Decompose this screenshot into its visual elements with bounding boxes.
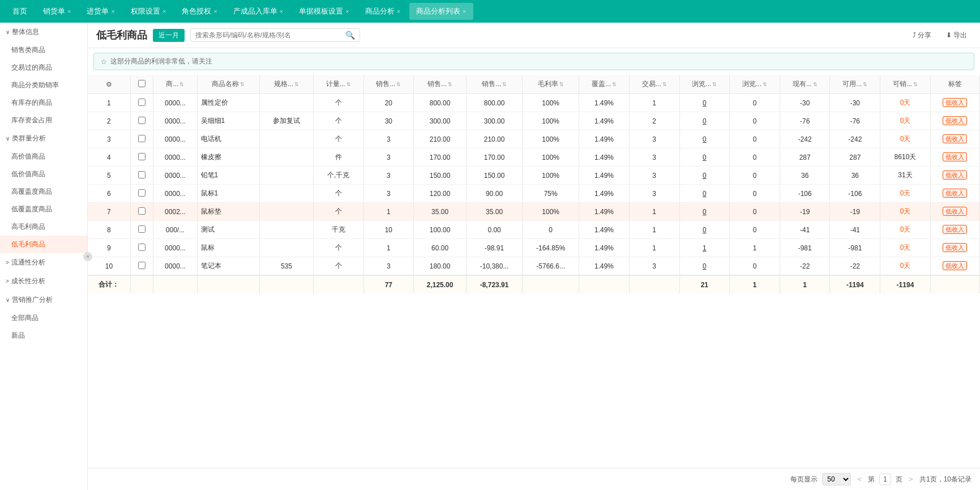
current-page[interactable]: 1 [879, 474, 891, 485]
nav-item-首页[interactable]: 首页 [6, 3, 34, 20]
nav-item-产成品入库单[interactable]: 产成品入库单× [226, 3, 290, 20]
row-browse1[interactable]: 0 [679, 221, 730, 239]
row-checkbox[interactable] [130, 185, 153, 203]
row-checkbox[interactable] [130, 130, 153, 148]
nav-item-销货单[interactable]: 销货单× [36, 3, 78, 20]
col-header-13[interactable]: 浏览...⇅ [730, 75, 780, 94]
col-header-8[interactable]: 销售...⇅ [467, 75, 523, 94]
nav-item-进货单[interactable]: 进货单× [80, 3, 121, 20]
col-header-14[interactable]: 现有...⇅ [780, 75, 830, 94]
row-browse1[interactable]: 0 [679, 112, 730, 130]
col-header-4[interactable]: 规格...⇅ [260, 75, 314, 94]
sidebar-item-低毛利商品[interactable]: 低毛利商品 [0, 236, 87, 253]
row-checkbox[interactable] [130, 148, 153, 167]
search-input[interactable] [195, 31, 345, 39]
sidebar-group-0[interactable]: ∨整体信息 [0, 23, 87, 41]
sidebar-item-全部商品[interactable]: 全部商品 [0, 309, 87, 327]
row-checkbox-input[interactable] [138, 262, 145, 269]
col-header-11[interactable]: 交易...⇅ [629, 75, 679, 94]
row-checkbox[interactable] [130, 239, 153, 257]
col-header-9[interactable]: 毛利率⇅ [523, 75, 579, 94]
row-checkbox-input[interactable] [138, 99, 145, 106]
row-browse1-link[interactable]: 0 [703, 190, 707, 198]
row-checkbox-input[interactable] [138, 244, 145, 251]
row-browse1-link[interactable]: 0 [703, 154, 707, 161]
row-browse1-link[interactable]: 0 [703, 99, 707, 107]
share-button[interactable]: ⤴ 分享 [908, 29, 936, 42]
sidebar-item-商品分类助销率[interactable]: 商品分类助销率 [0, 76, 87, 94]
page-size-select[interactable]: 50 100 200 [822, 473, 851, 485]
row-checkbox[interactable] [130, 94, 153, 112]
row-browse1-link[interactable]: 0 [703, 172, 707, 180]
sidebar-item-低覆盖度商品[interactable]: 低覆盖度商品 [0, 201, 87, 218]
nav-close-icon[interactable]: × [162, 8, 166, 15]
row-checkbox-input[interactable] [138, 189, 145, 197]
row-checkbox-input[interactable] [138, 171, 145, 178]
nav-close-icon[interactable]: × [67, 8, 71, 15]
nav-item-权限设置[interactable]: 权限设置× [124, 3, 173, 20]
row-browse1-link[interactable]: 0 [703, 135, 707, 143]
row-browse1-link[interactable]: 0 [703, 226, 707, 234]
col-header-12[interactable]: 浏览...⇅ [679, 75, 730, 94]
sidebar-item-交易过的商品[interactable]: 交易过的商品 [0, 59, 87, 76]
select-all-checkbox[interactable] [138, 80, 145, 87]
sidebar-item-低价值商品[interactable]: 低价值商品 [0, 165, 87, 183]
nav-close-icon[interactable]: × [111, 8, 114, 15]
nav-item-单据模板设置[interactable]: 单据模板设置× [292, 3, 356, 20]
row-checkbox-input[interactable] [138, 153, 145, 160]
col-header-5[interactable]: 计量...⇅ [313, 75, 363, 94]
row-browse1-link[interactable]: 0 [703, 262, 707, 270]
filter-button[interactable]: 近一月 [153, 29, 185, 42]
nav-close-icon[interactable]: × [345, 8, 349, 15]
col-header-3[interactable]: 商品名称⇅ [197, 75, 259, 94]
sidebar-group-1[interactable]: ∨类群量分析 [0, 129, 87, 148]
sidebar-group-2[interactable]: >流通性分析 [0, 253, 87, 272]
col-header-7[interactable]: 销售...⇅ [414, 75, 467, 94]
row-browse1-link[interactable]: 0 [703, 208, 707, 216]
nav-close-icon[interactable]: × [463, 8, 466, 15]
sidebar-group-3[interactable]: >成长性分析 [0, 272, 87, 291]
col-header-10[interactable]: 覆盖...⇅ [579, 75, 630, 94]
nav-item-商品分析[interactable]: 商品分析× [358, 3, 407, 20]
row-browse1[interactable]: 0 [679, 94, 730, 112]
row-checkbox[interactable] [130, 257, 153, 276]
nav-item-角色授权[interactable]: 角色授权× [175, 3, 224, 20]
sidebar-item-销售类商品[interactable]: 销售类商品 [0, 41, 87, 59]
nav-close-icon[interactable]: × [280, 8, 283, 15]
nav-item-商品分析列表[interactable]: 商品分析列表× [409, 3, 473, 20]
nav-close-icon[interactable]: × [397, 8, 400, 15]
row-checkbox-input[interactable] [138, 135, 145, 142]
next-page-btn[interactable]: ＞ [907, 474, 915, 484]
col-header-6[interactable]: 销售...⇅ [363, 75, 414, 94]
sidebar-item-高覆盖度商品[interactable]: 高覆盖度商品 [0, 183, 87, 201]
row-checkbox-input[interactable] [138, 207, 145, 215]
prev-page-btn[interactable]: ＜ [855, 474, 863, 484]
export-button[interactable]: ⬇ 导出 [942, 29, 972, 42]
row-browse1[interactable]: 0 [679, 257, 730, 276]
row-browse1-link[interactable]: 0 [703, 117, 707, 125]
row-browse1-link[interactable]: 1 [703, 244, 707, 252]
row-checkbox[interactable] [130, 112, 153, 130]
col-header-2[interactable]: 商...⇅ [153, 75, 197, 94]
row-browse1[interactable]: 0 [679, 130, 730, 148]
search-icon[interactable]: 🔍 [345, 31, 355, 40]
row-browse1[interactable]: 0 [679, 167, 730, 185]
sidebar-item-库存资金占用[interactable]: 库存资金占用 [0, 112, 87, 129]
row-checkbox-input[interactable] [138, 225, 145, 233]
row-browse1[interactable]: 0 [679, 148, 730, 167]
row-checkbox[interactable] [130, 221, 153, 239]
col-header-15[interactable]: 可用...⇅ [830, 75, 880, 94]
sidebar-item-高毛利商品[interactable]: 高毛利商品 [0, 218, 87, 236]
row-checkbox-input[interactable] [138, 117, 145, 124]
sidebar-item-有库存的商品[interactable]: 有库存的商品 [0, 94, 87, 112]
nav-close-icon[interactable]: × [213, 8, 217, 15]
row-checkbox[interactable] [130, 167, 153, 185]
row-browse1[interactable]: 0 [679, 203, 730, 221]
row-browse1[interactable]: 1 [679, 239, 730, 257]
row-browse1[interactable]: 0 [679, 185, 730, 203]
sidebar-group-4[interactable]: ∨营销推广分析 [0, 291, 87, 309]
col-header-16[interactable]: 可销...⇅ [880, 75, 931, 94]
sidebar-item-新品[interactable]: 新品 [0, 327, 87, 344]
sidebar-item-高价值商品[interactable]: 高价值商品 [0, 148, 87, 165]
row-checkbox[interactable] [130, 203, 153, 221]
